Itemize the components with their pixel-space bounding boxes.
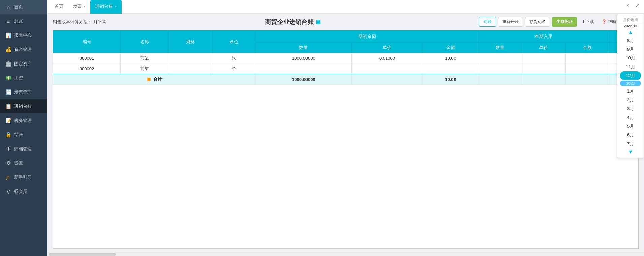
- window-controls: × ⤢: [624, 2, 641, 9]
- page-title-icon: ▣: [316, 19, 321, 25]
- help-button[interactable]: ❓ 帮助: [599, 17, 618, 26]
- cell-qty-open: [256, 63, 352, 74]
- sidebar-item-ledger[interactable]: ≡ 总账: [0, 14, 47, 28]
- help-label: 帮助: [608, 19, 616, 24]
- tab-purchase-sales-close[interactable]: ×: [115, 4, 117, 8]
- sidebar-item-label: 税务管理: [14, 118, 32, 124]
- total-amount-open: 10.00: [423, 74, 478, 85]
- month-item-4[interactable]: 4月: [617, 113, 644, 122]
- tab-purchase-sales[interactable]: 进销台账 ×: [90, 0, 121, 14]
- sidebar-item-funds[interactable]: 💰 资金管理: [0, 43, 47, 57]
- month-item-1[interactable]: 1月: [617, 87, 644, 96]
- sidebar-item-label: 设置: [14, 160, 23, 166]
- sub-header-amount-in: 金额: [565, 43, 609, 53]
- cell-amount-open: [423, 63, 478, 74]
- save-as-button[interactable]: 存货别名: [525, 17, 550, 27]
- sidebar-item-label: 进销台账: [14, 103, 32, 109]
- window-maximize-button[interactable]: ⤢: [634, 2, 641, 9]
- month-item-9[interactable]: 9月: [617, 45, 644, 54]
- scrollbar-track[interactable]: [49, 253, 116, 256]
- cell-unit: 个: [212, 63, 256, 74]
- sidebar-item-label: 总账: [14, 18, 23, 24]
- month-item-6[interactable]: 6月: [617, 131, 644, 139]
- month-item-11[interactable]: 11月: [617, 62, 644, 71]
- cost-method: 销售成本计算方法： 月平均: [53, 19, 107, 25]
- home-icon: ⌂: [5, 4, 11, 10]
- tab-invoice[interactable]: 发票 ×: [68, 0, 90, 14]
- sidebar-item-tax[interactable]: 📝 税务管理: [0, 113, 47, 128]
- table-row[interactable]: 000001 前缸 只 1000.00000 0.01000 10.00: [53, 53, 638, 63]
- month-item-7[interactable]: 7月: [617, 139, 644, 148]
- sidebar-item-label: 结账: [14, 132, 23, 138]
- sub-header-price-open: 单价: [351, 43, 423, 53]
- sidebar-item-wages[interactable]: 💵 工资: [0, 71, 47, 85]
- table-wrapper[interactable]: 编号 名称 规格 单位 期初余额 本期入库 ... 数量 单价 金额 数量 单价: [53, 30, 639, 249]
- sidebar-item-label: 畅会员: [14, 188, 27, 195]
- main-area: × ⤢ 首页 发票 × 进销台账 × 销售成本计算方法： 月平均 商贸企业进销台…: [47, 0, 644, 256]
- month-item-8[interactable]: 8月: [617, 36, 644, 45]
- guide-icon: 🎓: [5, 174, 11, 180]
- tab-bar: 首页 发票 × 进销台账 ×: [47, 0, 644, 14]
- month-prev-button[interactable]: ▲: [617, 29, 644, 36]
- close-account-icon: 🔒: [5, 132, 11, 138]
- reopen-button[interactable]: 重新开账: [498, 17, 523, 27]
- col-header-inbound: 本期入库: [478, 31, 609, 43]
- download-label: 下载: [586, 19, 594, 24]
- generate-voucher-button[interactable]: 生成凭证: [552, 17, 577, 27]
- cell-name: 前缸: [121, 53, 169, 63]
- sidebar-item-label: 工资: [14, 75, 23, 81]
- month-picker-title: 月份选择: [617, 16, 644, 23]
- sidebar: ⌂ 首页 ≡ 总账 📊 报表中心 💰 资金管理 🏢 固定资产 💵 工资 🧾 发票…: [0, 0, 47, 256]
- month-item-12-active[interactable]: 12月: [620, 71, 641, 80]
- sidebar-item-assets[interactable]: 🏢 固定资产: [0, 57, 47, 71]
- sidebar-item-invoice-mgmt[interactable]: 🧾 发票管理: [0, 85, 47, 99]
- sidebar-item-guide[interactable]: 🎓 新手引导: [0, 170, 47, 184]
- cell-price-in: [522, 63, 565, 74]
- horizontal-scrollbar[interactable]: [47, 252, 644, 256]
- download-button[interactable]: ⬇ 下载: [579, 17, 597, 26]
- sidebar-item-home[interactable]: ⌂ 首页: [0, 0, 47, 14]
- month-picker: 月份选择 2022.12 ▲ 8月 9月 10月 11月 12月 2023 1月…: [617, 14, 644, 158]
- sub-header-qty-open: 数量: [256, 43, 352, 53]
- purchase-sales-icon: 📋: [5, 103, 11, 109]
- sub-header-price-in: 单价: [522, 43, 565, 53]
- ledger-icon: ≡: [5, 19, 11, 24]
- sidebar-item-report[interactable]: 📊 报表中心: [0, 28, 47, 43]
- sidebar-item-settings[interactable]: ⚙ 设置: [0, 156, 47, 170]
- action-buttons: 对账 重新开账 存货别名 生成凭证 ⬇ 下载 ❓ 帮助 ↻ 刷新: [479, 17, 639, 27]
- tab-home[interactable]: 首页: [50, 0, 68, 14]
- col-header-opening: 期初余额: [256, 31, 478, 43]
- table-row[interactable]: 000002 前缸 个: [53, 63, 638, 74]
- sidebar-item-purchase-sales[interactable]: 📋 进销台账: [0, 99, 47, 113]
- sidebar-item-member[interactable]: V 畅会员: [0, 184, 47, 199]
- sidebar-item-archive[interactable]: 🗄 归档管理: [0, 142, 47, 156]
- cell-qty-in: [478, 53, 522, 63]
- invoice-icon: 🧾: [5, 89, 11, 95]
- content-area: 销售成本计算方法： 月平均 商贸企业进销台账 ▣ 对账 重新开账 存货别名 生成…: [47, 14, 644, 252]
- total-label-text: 合计: [153, 77, 162, 82]
- cell-code: 000001: [53, 53, 121, 63]
- month-item-10[interactable]: 10月: [617, 54, 644, 62]
- cell-amount-in: [565, 53, 609, 63]
- month-item-2[interactable]: 2月: [617, 96, 644, 104]
- cell-amount-open: 10.00: [423, 53, 478, 63]
- funds-icon: 💰: [5, 47, 11, 53]
- sidebar-item-close[interactable]: 🔒 结账: [0, 128, 47, 142]
- month-item-3[interactable]: 3月: [617, 104, 644, 113]
- reconcile-button[interactable]: 对账: [479, 17, 496, 27]
- tab-invoice-close[interactable]: ×: [84, 4, 86, 8]
- sidebar-item-label: 固定资产: [14, 61, 32, 67]
- cell-unit: 只: [212, 53, 256, 63]
- cell-amount-in: [565, 63, 609, 74]
- sidebar-item-label: 发票管理: [14, 89, 32, 95]
- total-icon: ▣: [147, 77, 151, 82]
- year-tag-2023: 2023: [620, 81, 641, 86]
- cost-method-value: 月平均: [93, 19, 107, 24]
- window-close-button[interactable]: ×: [624, 2, 631, 9]
- sub-header-amount-open: 金额: [423, 43, 478, 53]
- page-title: 商贸企业进销台账 ▣: [107, 18, 479, 26]
- month-item-5[interactable]: 5月: [617, 122, 644, 131]
- sub-header-qty-in: 数量: [478, 43, 522, 53]
- cell-name: 前缸: [121, 63, 169, 74]
- month-next-button[interactable]: ▼: [617, 148, 644, 156]
